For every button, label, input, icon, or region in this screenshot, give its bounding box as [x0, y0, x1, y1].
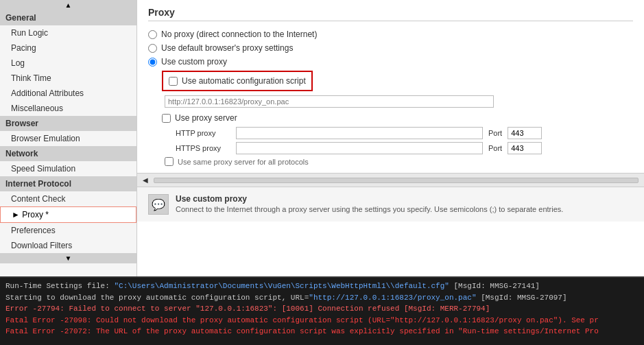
hscroll-left[interactable]: ◀ [140, 175, 151, 185]
log-line-4: Fatal Error -27098: Could not download t… [5, 315, 639, 326]
log-line-2: Starting to download the proxy automatic… [5, 292, 639, 304]
info-description: Connect to the Internet through a proxy … [176, 205, 563, 213]
http-proxy-input[interactable] [236, 127, 483, 139]
radio-no-proxy: No proxy (direct connection to the Inter… [148, 29, 633, 39]
log-text-5: Fatal Error -27072: The URL of the proxy… [5, 327, 599, 335]
sidebar-item-proxy[interactable]: ► Proxy * [0, 206, 136, 223]
sidebar-item-run-logic[interactable]: Run Logic [0, 25, 136, 40]
config-script-box: Use automatic configuration script [162, 71, 313, 91]
auto-config-url-input[interactable] [165, 95, 494, 108]
proxy-fields: HTTP proxy Port 443 HTTPS proxy Port 443 [176, 127, 633, 154]
use-proxy-server-checkbox[interactable] [162, 114, 171, 123]
custom-proxy-label[interactable]: Use custom proxy [161, 57, 227, 67]
sidebar-scroll-up[interactable]: ▲ [0, 0, 136, 10]
log-text-2: Starting to download the proxy automatic… [5, 294, 567, 302]
https-port-label: Port [488, 144, 502, 152]
no-proxy-radio[interactable] [148, 30, 157, 39]
custom-proxy-radio[interactable] [148, 58, 157, 67]
info-section: 💬 Use custom proxy Connect to the Intern… [137, 187, 644, 222]
http-port-input[interactable]: 443 [508, 127, 542, 139]
proxy-server-row: Use proxy server [162, 113, 633, 123]
sidebar-item-log[interactable]: Log [0, 56, 136, 71]
same-proxy-row: Use same proxy server for all protocols [165, 157, 633, 166]
proxy-title: Proxy [148, 7, 633, 21]
section-internet-protocol: Internet Protocol [0, 176, 136, 191]
sidebar-item-think-time[interactable]: Think Time [0, 71, 136, 86]
radio-custom-proxy: Use custom proxy [148, 57, 633, 67]
http-proxy-row: HTTP proxy Port 443 [176, 127, 633, 139]
main-container: ▲ General Run Logic Pacing Log Think Tim… [0, 0, 644, 276]
main-content: Proxy No proxy (direct connection to the… [137, 0, 644, 276]
sidebar-item-content-check[interactable]: Content Check [0, 191, 136, 206]
sidebar-item-browser-emulation[interactable]: Browser Emulation [0, 131, 136, 146]
radio-default-proxy: Use default browser's proxy settings [148, 43, 633, 53]
sidebar-item-speed-simulation[interactable]: Speed Simulation [0, 161, 136, 176]
same-proxy-checkbox[interactable] [165, 157, 174, 166]
https-proxy-input[interactable] [236, 142, 483, 154]
http-port-label: Port [488, 129, 502, 137]
no-proxy-label[interactable]: No proxy (direct connection to the Inter… [161, 29, 317, 39]
info-icon: 💬 [148, 194, 169, 215]
sidebar-item-download-filters[interactable]: Download Filters [0, 238, 136, 253]
use-proxy-server-label[interactable]: Use proxy server [175, 113, 237, 123]
log-line-3: Error -27794: Failed to connect to serve… [5, 303, 639, 315]
http-proxy-label: HTTP proxy [176, 129, 230, 137]
sidebar-item-pacing[interactable]: Pacing [0, 40, 136, 56]
hscroll-bar: ◀ [137, 173, 644, 187]
default-proxy-radio[interactable] [148, 44, 157, 53]
auto-config-label[interactable]: Use automatic configuration script [182, 76, 306, 86]
auto-config-checkbox[interactable] [169, 77, 178, 86]
log-line-5: Fatal Error -27072: The URL of the proxy… [5, 326, 639, 337]
sidebar: ▲ General Run Logic Pacing Log Think Tim… [0, 0, 137, 276]
custom-proxy-section: Use automatic configuration script Use p… [162, 71, 633, 166]
log-line-1: Run-Time Settings file: "C:\Users\Admini… [5, 281, 639, 292]
log-text-3: Error -27794: Failed to connect to serve… [5, 305, 490, 313]
default-proxy-label[interactable]: Use default browser's proxy settings [161, 43, 293, 53]
https-port-input[interactable]: 443 [508, 142, 542, 154]
info-text: Use custom proxy Connect to the Internet… [176, 194, 563, 213]
log-text-1: Run-Time Settings file: "C:\Users\Admini… [5, 282, 540, 290]
log-panel: Run-Time Settings file: "C:\Users\Admini… [0, 276, 644, 345]
log-text-4: Fatal Error -27098: Could not download t… [5, 316, 599, 324]
sidebar-item-additional-attributes[interactable]: Additional Attributes [0, 86, 136, 101]
sidebar-item-miscellaneous[interactable]: Miscellaneous [0, 101, 136, 116]
https-proxy-label: HTTPS proxy [176, 144, 230, 152]
section-browser: Browser [0, 116, 136, 131]
info-title: Use custom proxy [176, 194, 563, 204]
proxy-panel: Proxy No proxy (direct connection to the… [137, 0, 644, 173]
same-proxy-label[interactable]: Use same proxy server for all protocols [178, 158, 309, 166]
section-network: Network [0, 146, 136, 161]
https-proxy-row: HTTPS proxy Port 443 [176, 142, 633, 154]
sidebar-item-preferences[interactable]: Preferences [0, 223, 136, 238]
url-input-row [165, 95, 633, 108]
section-general: General [0, 10, 136, 25]
sidebar-scroll-down[interactable]: ▼ [0, 253, 136, 263]
